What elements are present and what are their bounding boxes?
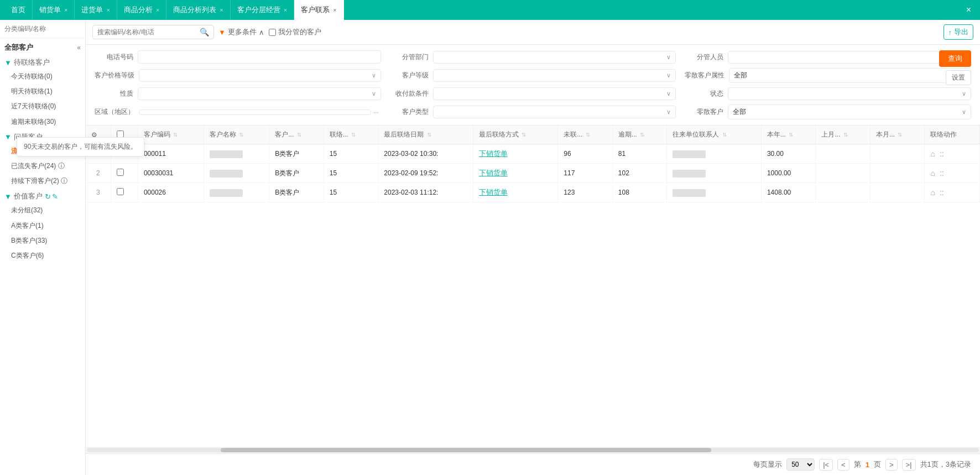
sidebar-item-a-class[interactable]: A类客户(1) [0,218,85,233]
filter-manager-select[interactable]: ∨ [728,51,961,64]
horizontal-scrollbar[interactable] [86,447,980,453]
th-type[interactable]: 客户... ⇅ [269,126,324,144]
cell-last-method[interactable]: 下销货单 [473,144,557,164]
close-goods-list-tab[interactable]: × [220,7,223,13]
last-page-button[interactable]: >| [902,459,916,471]
nav-customer-contact[interactable]: 客户联系 × [294,0,343,20]
sidebar-item-overdue[interactable]: 逾期未联络(30) [0,114,85,129]
row-checkbox-1[interactable] [117,169,124,176]
close-goods-analysis-tab[interactable]: × [156,7,159,13]
filter-row-3: 性质 ∨ 收付款条件 ∨ 状态 [95,87,971,100]
section-value-customers[interactable]: ▼ 价值客户 ↻ ✎ [0,189,85,203]
th-last-method[interactable]: 最后联络方式 ⇅ [473,126,557,144]
cell-checkbox[interactable] [111,164,138,183]
nav-goods-list[interactable]: 商品分析列表 × [166,0,230,20]
th-last-month[interactable]: 上月... ⇅ [816,126,870,144]
nav-purchase[interactable]: 进货单 × [75,0,117,20]
filter-nature-select[interactable]: ∨ [138,87,381,100]
th-code[interactable]: 客户编码 ⇅ [138,126,204,144]
sidebar-item-churned[interactable]: 已流失客户(24) ⓘ [0,159,85,174]
sidebar-item-today[interactable]: 今天待联络(0) [0,69,85,84]
window-close-button[interactable]: × [962,5,976,15]
filter-customer-level-select[interactable]: ∨ [433,69,676,82]
filter-payment-select[interactable]: ∨ [433,87,676,100]
th-this-year[interactable]: 本年... ⇅ [761,126,816,144]
prev-page-button[interactable]: < [837,459,849,471]
filter-region-select[interactable] [139,109,371,115]
th-contact-person[interactable]: 往来单位联系人 ⇅ [667,126,762,144]
sidebar-item-b-class[interactable]: B类客户(33) [0,233,85,248]
all-customers-header[interactable]: 全部客户 « [0,38,85,55]
action-menu-icon[interactable]: :: [940,169,944,178]
filter-customer-type-select[interactable]: ∨ [433,106,676,118]
cell-this-month [870,164,925,183]
nav-customer-layer[interactable]: 客户分层经营 × [231,0,294,20]
sidebar-item-tomorrow[interactable]: 明天待联络(1) [0,84,85,99]
filter-dept-select[interactable]: ∨ [433,51,676,64]
th-overdue[interactable]: 逾期... ⇅ [612,126,667,144]
cell-last-method[interactable]: 下销货单 [473,164,557,183]
cell-contact: 15 [324,183,378,202]
cell-no-contact: 123 [558,183,613,202]
close-purchase-tab[interactable]: × [106,7,110,13]
section-pending-contact[interactable]: ▼ 待联络客户 [0,55,85,69]
more-filters-button[interactable]: ▼ 更多条件 ∧ [218,27,264,37]
query-button[interactable]: 查询 [939,50,971,67]
action-menu-icon[interactable]: :: [940,188,944,197]
close-customer-layer-tab[interactable]: × [284,7,287,13]
filter-retail-attr-select[interactable]: 全部 ∨ [729,68,971,83]
cell-checkbox[interactable] [111,183,138,202]
action-link-icon[interactable]: ⌂ [930,169,935,178]
th-this-month[interactable]: 本月... ⇅ [870,126,925,144]
edit-icon[interactable]: ✎ [52,192,58,201]
main-search-icon[interactable]: 🔍 [200,28,209,36]
filter-payment: 收付款条件 ∨ [390,87,676,100]
settings-button[interactable]: 设置 [946,70,971,85]
pagination-bar: 每页显示 50 100 200 |< < 第 1 页 > >| 共1页，3条记录 [86,453,980,475]
filter-nature-label: 性质 [95,89,133,98]
filter-price-level-select[interactable]: ∨ [139,69,381,82]
action-link-icon[interactable]: ⌂ [930,188,935,197]
my-customers-checkbox-label[interactable]: 我分管的客户 [269,27,321,37]
sidebar-item-c-class[interactable]: C类客户(6) [0,248,85,263]
per-page-select[interactable]: 50 100 200 [786,458,815,471]
first-page-button[interactable]: |< [819,459,833,471]
close-sales-tab[interactable]: × [64,7,67,13]
chevron-down-icon-7: ∨ [666,90,671,97]
th-contact[interactable]: 联络... ⇅ [324,126,378,144]
export-button[interactable]: ↑ 导出 [943,24,974,40]
cell-last-date: 2023-03-02 10:30: [378,144,473,164]
sidebar-item-7days[interactable]: 近7天待联络(0) [0,99,85,114]
sidebar-item-ungrouped[interactable]: 未分组(32) [0,203,85,218]
main-search-input[interactable] [97,28,200,36]
search-box[interactable]: 🔍 [92,25,214,39]
filter-retail-customer-select[interactable]: 全部 ∨ [728,105,971,119]
sidebar-search-input[interactable] [4,25,86,33]
nav-goods-analysis[interactable]: 商品分析 × [117,0,166,20]
refresh-icon[interactable]: ↻ [45,192,51,201]
sidebar-item-declining[interactable]: 持续下滑客户(2) ⓘ [0,174,85,189]
filter-region-more[interactable]: ··· [371,108,381,116]
nav-home[interactable]: 首页 [4,0,33,20]
nav-sales[interactable]: 销货单 × [33,0,75,20]
row-checkbox-2[interactable] [117,188,124,195]
cell-overdue: 108 [612,183,667,202]
scroll-thumb[interactable] [221,448,711,452]
filter-row-2: 客户价格等级 ∨ 客户等级 ∨ 零散客户属性 全部 [95,68,971,83]
my-customers-checkbox[interactable] [269,29,276,36]
cell-last-method[interactable]: 下销货单 [473,183,557,202]
action-menu-icon[interactable]: :: [940,149,944,158]
sidebar-search-box[interactable]: 🔍 [0,20,85,38]
filter-phone-input[interactable] [138,50,381,64]
action-link-icon[interactable]: ⌂ [930,149,935,158]
next-page-button[interactable]: > [885,459,898,471]
th-no-contact[interactable]: 未联... ⇅ [558,126,613,144]
close-customer-contact-tab[interactable]: × [333,7,336,13]
select-all-checkbox[interactable] [117,131,124,138]
th-last-date[interactable]: 最后联络日期 ⇅ [378,126,473,144]
cell-contact-person [667,183,762,202]
cell-code: 000011 [138,144,204,164]
filter-status-select[interactable]: ∨ [728,87,971,100]
collapse-icon: « [77,44,81,51]
th-name[interactable]: 客户名称 ⇅ [204,126,269,144]
